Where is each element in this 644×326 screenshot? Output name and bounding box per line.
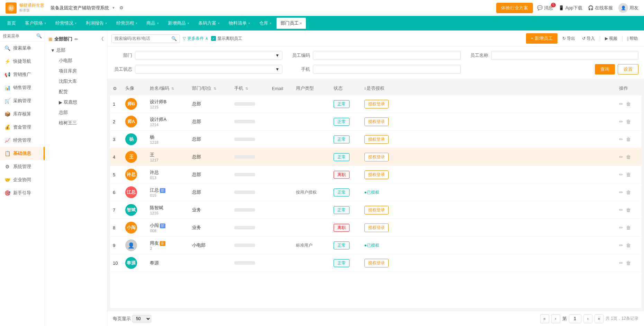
- help-btn[interactable]: | 帮助: [625, 34, 640, 43]
- auth-login-button[interactable]: 授权登录: [364, 259, 389, 267]
- app-download-btn[interactable]: 📱 App下载: [559, 5, 582, 11]
- edit-icon[interactable]: ✏: [619, 154, 623, 160]
- settings-gear-icon[interactable]: ⚙: [119, 5, 124, 10]
- sidebar-item-销售管理[interactable]: 📊 销售管理: [0, 81, 45, 94]
- delete-icon[interactable]: 🗑: [626, 225, 631, 230]
- edit-icon[interactable]: ✏: [619, 101, 623, 107]
- sidebar-item-系统管理[interactable]: ⚙ 系统管理: [0, 160, 45, 173]
- search-input[interactable]: [115, 36, 170, 41]
- auth-login-button[interactable]: 授权登录: [364, 135, 389, 144]
- import-btn[interactable]: ↺ 导入: [580, 34, 597, 43]
- dept-node-xiangmu[interactable]: 项目库房: [53, 66, 107, 76]
- dept-node-xiaodian[interactable]: 小电部: [53, 55, 107, 66]
- filter-more-btn[interactable]: ▽ 更多条件 ∧: [183, 36, 208, 42]
- nav-tab-客户联络[interactable]: 客户联络×: [21, 18, 51, 29]
- auth-login-button[interactable]: 授权登录: [364, 206, 389, 214]
- dept-node-shenyang[interactable]: 沈阳大库: [53, 76, 107, 87]
- nav-tab-条码方案[interactable]: 条码方案×: [194, 18, 224, 29]
- nav-tab-新增商品[interactable]: 新增商品×: [164, 18, 193, 29]
- auth-login-button[interactable]: 授权登录: [364, 100, 389, 108]
- sidebar-search-input[interactable]: [3, 34, 35, 38]
- dept-node-shuanglu[interactable]: ▶ 双鹿想: [53, 97, 107, 107]
- tab-close-icon[interactable]: ×: [187, 21, 189, 25]
- sidebar-item-快捷导航[interactable]: ⚡ 快捷导航: [0, 55, 45, 68]
- auth-login-button[interactable]: 授权登录: [364, 170, 389, 179]
- col-dept[interactable]: 部门/职位 ⇅: [189, 82, 232, 95]
- delete-icon[interactable]: 🗑: [626, 119, 631, 124]
- first-page-btn[interactable]: «: [540, 314, 549, 323]
- sidebar-item-基础信息[interactable]: 📋 基础信息: [0, 147, 45, 160]
- online-service-btn[interactable]: 🎧 在线客服: [588, 5, 613, 11]
- delete-icon[interactable]: 🗑: [626, 243, 631, 248]
- sidebar-item-资金管理[interactable]: 💰 资金管理: [0, 121, 45, 134]
- delete-icon[interactable]: 🗑: [626, 154, 631, 160]
- system-title-arrow[interactable]: ▼: [112, 6, 115, 10]
- edit-icon[interactable]: ✏: [619, 172, 623, 177]
- message-btn[interactable]: 💬 消息 5: [537, 5, 553, 11]
- nav-tab-首页[interactable]: 首页: [3, 18, 20, 29]
- tab-close-icon[interactable]: ×: [157, 21, 159, 25]
- delete-icon[interactable]: 🗑: [626, 101, 631, 107]
- edit-icon[interactable]: ✏: [619, 119, 623, 124]
- nav-tab-物料清单[interactable]: 物料清单×: [225, 18, 254, 29]
- dept-node-zhishu[interactable]: 植树王三: [53, 118, 107, 128]
- nav-tab-经营历程[interactable]: 经营历程×: [112, 18, 142, 29]
- empname-input[interactable]: [491, 51, 638, 60]
- tab-close-icon[interactable]: ×: [136, 21, 138, 25]
- edit-icon[interactable]: ✏: [619, 243, 623, 248]
- page-size-select[interactable]: 50 100: [132, 315, 151, 323]
- sidebar-item-搜索菜单[interactable]: 🔍 搜索菜单: [0, 42, 45, 55]
- sidebar-item-经营管理[interactable]: 📈 经营管理: [0, 134, 45, 147]
- delete-icon[interactable]: 🗑: [626, 190, 631, 195]
- delete-icon[interactable]: 🗑: [626, 207, 631, 213]
- sidebar-item-营销推广[interactable]: 📢 营销推广: [0, 68, 45, 81]
- dept-node-zongbu[interactable]: 总部: [53, 107, 107, 118]
- delete-icon[interactable]: 🗑: [626, 260, 631, 266]
- set-button[interactable]: 设置: [618, 64, 638, 74]
- delete-icon[interactable]: 🗑: [626, 172, 631, 177]
- dept-select[interactable]: ▼: [135, 51, 282, 60]
- auth-login-button[interactable]: 授权登录: [364, 153, 389, 161]
- edit-icon[interactable]: ✏: [619, 225, 623, 230]
- export-btn[interactable]: ↻ 导出: [560, 34, 577, 43]
- dept-node-root[interactable]: ▼ 总部: [45, 45, 107, 55]
- tab-close-icon[interactable]: ×: [248, 21, 250, 25]
- tab-close-icon[interactable]: ×: [300, 21, 302, 25]
- col-settings[interactable]: ⚙: [110, 82, 123, 95]
- empcode-input[interactable]: [313, 51, 460, 60]
- nav-tab-仓库[interactable]: 仓库×: [255, 18, 276, 29]
- col-name[interactable]: 姓名/编码 ⇅: [147, 82, 189, 95]
- query-button[interactable]: 查询: [595, 64, 615, 74]
- dept-collapse-icon[interactable]: 《: [99, 36, 103, 42]
- nav-tab-利润报告[interactable]: 利润报告×: [82, 18, 111, 29]
- add-employee-button[interactable]: + 新增员工: [526, 33, 557, 44]
- sidebar-item-采购管理[interactable]: 🛒 采购管理: [0, 94, 45, 107]
- phone-input[interactable]: [313, 65, 460, 74]
- trial-button[interactable]: 体验行业方案: [496, 3, 533, 13]
- user-area[interactable]: 👤 用友: [618, 3, 638, 13]
- delete-icon[interactable]: 🗑: [626, 136, 631, 142]
- auth-login-button[interactable]: 授权登录: [364, 223, 389, 232]
- sidebar-item-新手引导[interactable]: 🎯 新手引导: [0, 186, 45, 200]
- edit-icon[interactable]: ✏: [619, 207, 623, 213]
- edit-icon[interactable]: ✏: [619, 190, 623, 195]
- nav-tab-商品[interactable]: 商品×: [142, 18, 163, 29]
- page-input[interactable]: [569, 314, 581, 323]
- status-select[interactable]: ▼: [135, 65, 282, 74]
- dept-edit-icon[interactable]: ✏: [74, 37, 78, 42]
- last-page-btn[interactable]: »: [595, 314, 604, 323]
- tab-close-icon[interactable]: ×: [270, 21, 272, 25]
- nav-tab-经营情况[interactable]: 经营情况×: [51, 18, 81, 29]
- edit-icon[interactable]: ✏: [619, 136, 623, 142]
- nav-tab-部门员工[interactable]: 部门员工×: [276, 18, 306, 29]
- dept-node-peihuo[interactable]: 配货: [53, 87, 107, 97]
- sidebar-item-库存核算[interactable]: 📦 库存核算: [0, 107, 45, 121]
- tab-close-icon[interactable]: ×: [44, 21, 46, 25]
- auth-login-button[interactable]: 授权登录: [364, 117, 389, 126]
- next-page-btn[interactable]: ›: [583, 314, 592, 323]
- tab-close-icon[interactable]: ×: [105, 21, 107, 25]
- edit-icon[interactable]: ✏: [619, 260, 623, 266]
- sidebar-item-企业协同[interactable]: 🤝 企业协同: [0, 173, 45, 186]
- col-phone[interactable]: 手机 ⇅: [232, 82, 269, 95]
- tab-close-icon[interactable]: ×: [218, 21, 220, 25]
